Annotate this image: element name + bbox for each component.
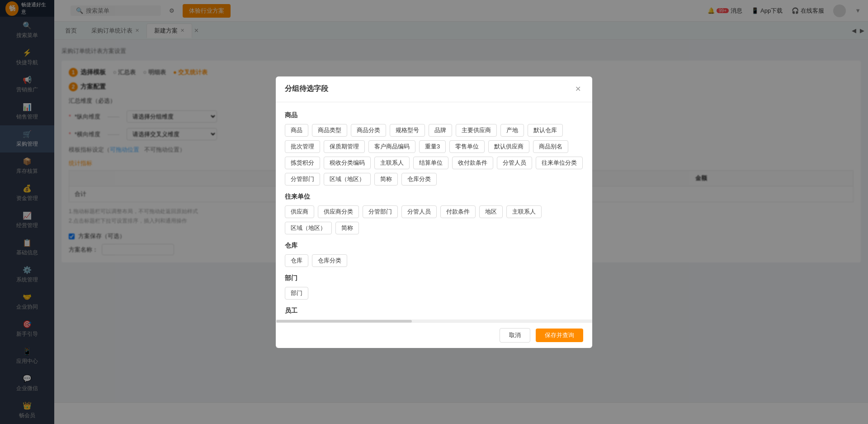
field-tag-0-14[interactable]: 商品别名: [533, 140, 568, 153]
field-tag-3-0[interactable]: 部门: [285, 287, 308, 300]
field-tag-0-3[interactable]: 规格型号: [390, 124, 425, 137]
modal-dialog: 分组待选字段 ✕ 商品商品商品类型商品分类规格型号品牌主要供应商产地默认仓库批次…: [276, 76, 592, 348]
modal-close-button[interactable]: ✕: [572, 84, 583, 95]
field-tag-0-23[interactable]: 区域（地区）: [324, 173, 371, 186]
field-tag-0-22[interactable]: 分管部门: [285, 173, 320, 186]
field-tag-1-8[interactable]: 简称: [335, 222, 359, 234]
field-tag-0-8[interactable]: 批次管理: [285, 140, 320, 153]
confirm-button[interactable]: 保存并查询: [536, 329, 583, 342]
field-tag-0-17[interactable]: 主联系人: [374, 157, 410, 169]
field-tag-0-0[interactable]: 商品: [285, 124, 308, 137]
section-title-2: 仓库: [285, 242, 583, 250]
field-tag-1-3[interactable]: 分管人员: [401, 205, 437, 218]
field-tag-0-6[interactable]: 产地: [500, 124, 524, 137]
field-grid-0: 商品商品类型商品分类规格型号品牌主要供应商产地默认仓库批次管理保质期管理客户商品…: [285, 124, 583, 186]
field-tag-0-25[interactable]: 仓库分类: [401, 173, 437, 186]
field-tag-0-7[interactable]: 默认仓库: [528, 124, 563, 137]
field-tag-0-12[interactable]: 零售单位: [449, 140, 485, 153]
field-tag-0-18[interactable]: 结算单位: [413, 157, 448, 169]
field-tag-1-2[interactable]: 分管部门: [363, 205, 398, 218]
modal-overlay: 分组待选字段 ✕ 商品商品商品类型商品分类规格型号品牌主要供应商产地默认仓库批次…: [0, 0, 868, 424]
cancel-button[interactable]: 取消: [500, 328, 530, 343]
field-tag-0-11[interactable]: 重量3: [419, 140, 446, 153]
field-tag-0-16[interactable]: 税收分类编码: [324, 157, 371, 169]
field-tag-0-1[interactable]: 商品类型: [312, 124, 347, 137]
section-title-1: 往来单位: [285, 193, 583, 201]
field-grid-2: 仓库仓库分类: [285, 254, 583, 267]
modal-footer: 取消 保存并查询: [276, 322, 592, 348]
field-tag-0-5[interactable]: 主要供应商: [456, 124, 497, 137]
field-tag-0-21[interactable]: 往来单位分类: [536, 157, 583, 169]
field-tag-1-7[interactable]: 区域（地区）: [285, 222, 332, 234]
field-tag-0-9[interactable]: 保质期管理: [324, 140, 365, 153]
field-tag-0-4[interactable]: 品牌: [429, 124, 452, 137]
field-tag-1-5[interactable]: 地区: [479, 205, 503, 218]
modal-hscrollbar[interactable]: [276, 319, 592, 322]
field-tag-0-10[interactable]: 客户商品编码: [368, 140, 415, 153]
field-tag-1-1[interactable]: 供应商分类: [318, 205, 359, 218]
field-tag-0-19[interactable]: 收付款条件: [452, 157, 493, 169]
modal-title: 分组待选字段: [285, 84, 328, 94]
field-tag-0-15[interactable]: 拣货积分: [285, 157, 320, 169]
modal-header: 分组待选字段 ✕: [276, 76, 592, 102]
field-tag-0-24[interactable]: 简称: [374, 173, 398, 186]
field-tag-2-1[interactable]: 仓库分类: [312, 254, 347, 267]
field-tag-1-6[interactable]: 主联系人: [506, 205, 542, 218]
field-tag-1-4[interactable]: 付款条件: [440, 205, 476, 218]
field-tag-2-0[interactable]: 仓库: [285, 254, 308, 267]
section-title-3: 部门: [285, 274, 583, 282]
section-title-4: 员工: [285, 307, 583, 315]
modal-body: 商品商品商品类型商品分类规格型号品牌主要供应商产地默认仓库批次管理保质期管理客户…: [276, 102, 592, 319]
section-title-0: 商品: [285, 111, 583, 119]
field-tag-0-2[interactable]: 商品分类: [351, 124, 386, 137]
field-tag-1-0[interactable]: 供应商: [285, 205, 314, 218]
field-tag-0-13[interactable]: 默认供应商: [488, 140, 529, 153]
field-grid-1: 供应商供应商分类分管部门分管人员付款条件地区主联系人区域（地区）简称: [285, 205, 583, 234]
modal-hscroll-thumb: [276, 320, 412, 323]
field-tag-0-20[interactable]: 分管人员: [497, 157, 532, 169]
field-grid-3: 部门: [285, 287, 583, 300]
